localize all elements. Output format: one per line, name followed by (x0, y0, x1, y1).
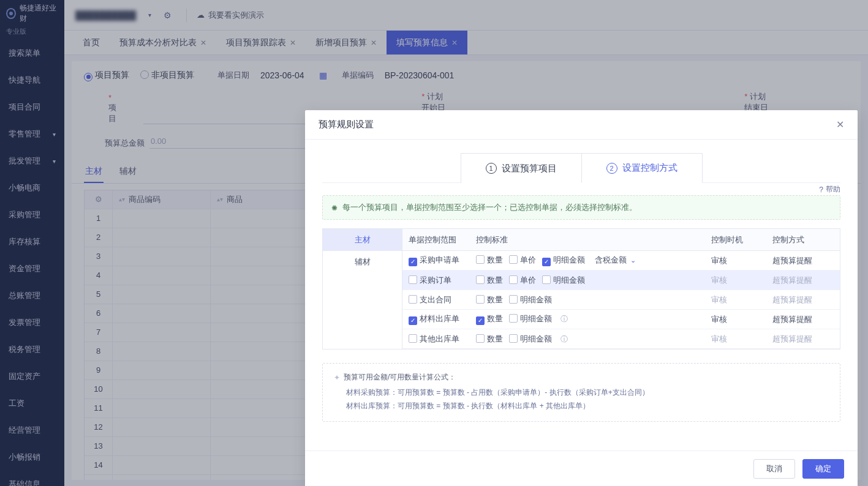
step-tabs: 1设置预算项目 2设置控制方式 (322, 153, 840, 183)
checkbox[interactable] (542, 258, 551, 266)
checkbox[interactable] (509, 255, 518, 264)
checkbox[interactable] (509, 295, 518, 304)
checkbox[interactable] (476, 255, 485, 264)
modal-header: 预算规则设置 ✕ (305, 110, 858, 140)
chevron-down-icon[interactable]: ⌄ (630, 256, 636, 264)
step-tab-1[interactable]: 1设置预算项目 (461, 153, 581, 183)
checkbox[interactable] (409, 275, 417, 284)
ok-button[interactable]: 确定 (802, 459, 844, 479)
step-tab-2[interactable]: 2设置控制方式 (581, 153, 703, 183)
modal-body: 1设置预算项目 2设置控制方式 ?帮助 每⼀个预算项⽬，单据控制范围⾄少选择⼀个… (305, 140, 858, 450)
close-icon[interactable]: ✕ (836, 119, 844, 130)
rule-row: 支出合同数量明细金额审核超预算提醒 (402, 290, 840, 310)
checkbox[interactable] (409, 258, 417, 266)
checkbox[interactable] (476, 316, 485, 325)
modal-title: 预算规则设置 (319, 119, 374, 130)
rule-main: 单据控制范围 控制标准 控制时机 控制方式 采购申请单数量单价明细金额含税金额⌄… (402, 229, 840, 349)
checkbox[interactable] (409, 316, 417, 325)
question-icon: ? (819, 185, 823, 194)
rule-grid: 主材 辅材 单据控制范围 控制标准 控制时机 控制方式 采购申请单数量单价明细金… (322, 228, 840, 350)
budget-rule-modal: 预算规则设置 ✕ 1设置预算项目 2设置控制方式 ?帮助 每⼀个预算项⽬，单据控… (305, 110, 858, 486)
checkbox[interactable] (509, 314, 518, 323)
formula-box: 预算可用金额/可用数量计算公式： 材料采购预算：可用预算数 = 预算数 - 占用… (322, 363, 840, 422)
checkbox[interactable] (476, 295, 485, 304)
info-icon[interactable]: ⓘ (560, 335, 568, 343)
help-link[interactable]: ?帮助 (819, 184, 840, 195)
rule-row: 材料出库单数量明细金额ⓘ审核超预算提醒 (402, 310, 840, 329)
hint-box: 每⼀个预算项⽬，单据控制范围⾄少选择⼀个；已选控制单据，必须选择控制标准。 (322, 195, 840, 220)
modal-footer: 取消 确定 (305, 450, 858, 486)
checkbox[interactable] (409, 295, 417, 304)
rule-row: 采购申请单数量单价明细金额含税金额⌄审核超预算提醒 (402, 251, 840, 271)
checkbox[interactable] (476, 275, 485, 284)
rule-side-main[interactable]: 主材 (323, 229, 402, 251)
rule-side-tabs: 主材 辅材 (323, 229, 402, 349)
bulb-icon (334, 373, 340, 382)
rule-table-head: 单据控制范围 控制标准 控制时机 控制方式 (402, 229, 840, 251)
info-icon[interactable]: ⓘ (560, 315, 568, 323)
sun-icon (331, 203, 338, 212)
cancel-button[interactable]: 取消 (753, 459, 795, 479)
checkbox[interactable] (476, 334, 485, 343)
rule-side-aux[interactable]: 辅材 (323, 251, 402, 273)
checkbox[interactable] (542, 275, 551, 284)
rule-row: 采购订单数量单价明细金额审核超预算提醒 (402, 271, 840, 290)
checkbox[interactable] (509, 334, 518, 343)
checkbox[interactable] (409, 334, 417, 343)
checkbox[interactable] (509, 275, 518, 284)
rule-row: 其他出库单数量明细金额ⓘ审核超预算提醒 (402, 329, 840, 349)
